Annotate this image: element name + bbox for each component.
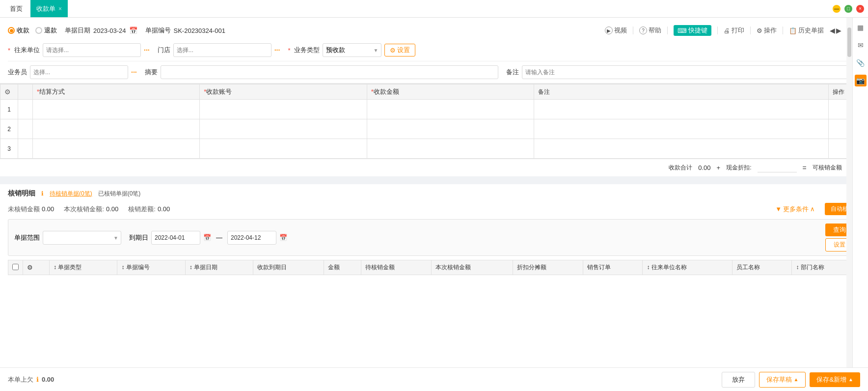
settings-button[interactable]: ⚙ 设置	[384, 44, 415, 56]
select-all-checkbox[interactable]	[12, 264, 19, 270]
toolbar-operation[interactable]: ⚙ 操作	[757, 26, 777, 35]
settlement-header: *结算方式	[33, 84, 200, 100]
remark-input[interactable]	[522, 65, 860, 79]
gear-icon-2[interactable]: ⚙	[27, 264, 33, 271]
close-tab-icon[interactable]: ×	[58, 5, 62, 12]
row-2-account[interactable]	[200, 119, 367, 139]
row-1-amount[interactable]	[367, 100, 534, 119]
store-more-btn[interactable]: ···	[274, 46, 280, 54]
sub-th-current: 本次核销金额	[432, 260, 513, 275]
th-gear2[interactable]: ⚙	[23, 260, 50, 275]
maximize-button[interactable]: □	[844, 5, 852, 13]
receipt-radio[interactable]: 收款	[8, 26, 29, 35]
salesperson-more-btn[interactable]: ···	[131, 68, 137, 76]
amount-header: *收款金额	[367, 84, 534, 100]
table-row: 2 🗑 ⧉	[0, 119, 868, 139]
next-arrow[interactable]: ▶	[836, 27, 841, 34]
done-tab[interactable]: 已核销单据(0笔)	[98, 190, 141, 198]
reconcil-section: 核销明细 ℹ 待核销单据(0笔) 已核销单据(0笔) 未核销金额 0.00 本次…	[0, 184, 868, 275]
row-1-remark[interactable]	[534, 100, 829, 119]
row-3-settlement[interactable]	[33, 139, 200, 159]
pending-tab[interactable]: 待核销单据(0笔)	[50, 190, 92, 198]
range-select[interactable]	[43, 231, 121, 245]
keyboard-icon: ⌨	[678, 27, 687, 34]
scroll-thumb[interactable]	[847, 28, 851, 57]
account-header: *收款账号	[200, 84, 367, 100]
chevron-up-icon: ∧	[810, 205, 815, 213]
remark-header: 备注	[534, 84, 829, 100]
table-row: 3 🗑 ⧉	[0, 139, 868, 159]
draft-button[interactable]: 保存草稿 ▲	[759, 372, 806, 388]
info-icon-order[interactable]: ℹ	[36, 376, 39, 383]
row-1-settlement[interactable]	[33, 100, 200, 119]
counterpart-more-btn[interactable]: ···	[144, 46, 150, 54]
nav-tab-home[interactable]: 首页	[4, 0, 28, 17]
filter-row: 单据范围 ▼ 到期日 📅 — 📅 查询 设置	[8, 219, 860, 256]
print-icon: 🖨	[724, 27, 730, 34]
counterpart-input[interactable]	[43, 43, 141, 57]
salesperson-input[interactable]	[30, 65, 128, 79]
nav-tab-receipt[interactable]: 收款单 ×	[30, 0, 68, 17]
current-value: 0.00	[106, 205, 118, 213]
calendar-start-icon[interactable]: 📅	[203, 234, 211, 241]
store-input[interactable]	[173, 43, 271, 57]
receipt-radio-label: 收款	[17, 26, 29, 35]
action-bar: 本单上欠 ℹ 0.00 放弃 保存草稿 ▲ 保存&新增 ▲	[0, 367, 868, 391]
action-bar-right: 放弃 保存草稿 ▲ 保存&新增 ▲	[722, 372, 860, 388]
reconcil-title: 核销明细	[8, 189, 35, 198]
abandon-button[interactable]: 放弃	[722, 372, 755, 388]
sidebar-camera-icon[interactable]: 📷	[855, 75, 867, 86]
refund-radio[interactable]: 退款	[35, 26, 57, 35]
business-type-label: 业务类型	[294, 46, 320, 55]
toolbar-help-label: 帮助	[649, 26, 661, 35]
checkbox-header[interactable]	[8, 260, 23, 275]
row-1-num2	[18, 100, 33, 119]
sidebar-mail-icon[interactable]: ✉	[855, 39, 867, 51]
toolbar-divider1	[633, 27, 633, 34]
reconcil-stats: 未核销金额 0.00 本次核销金额: 0.00 核销差额: 0.00 ▼ 更多条…	[8, 201, 860, 219]
business-type-value: 预收款	[326, 46, 345, 55]
row-3-remark[interactable]	[534, 139, 829, 159]
shortcut-button[interactable]: ⌨ 快捷键	[674, 25, 711, 36]
toolbar-help[interactable]: ? 帮助	[639, 26, 661, 35]
toolbar-print[interactable]: 🖨 打印	[724, 26, 744, 35]
discount-input[interactable]	[758, 163, 797, 172]
row-2-remark[interactable]	[534, 119, 829, 139]
bill-date-label: 单据日期	[65, 26, 90, 35]
row-3-amount[interactable]	[367, 139, 534, 159]
row-3-account[interactable]	[200, 139, 367, 159]
minimize-button[interactable]: —	[833, 5, 841, 13]
table-gear-icon[interactable]: ⚙	[4, 88, 11, 96]
summary-input[interactable]	[161, 65, 499, 79]
nav-arrows: ◀ ▶	[830, 27, 841, 34]
row-2-settlement[interactable]	[33, 119, 200, 139]
required-star-business: *	[288, 47, 290, 54]
help-icon: ?	[639, 27, 647, 34]
row-2-amount[interactable]	[367, 119, 534, 139]
sub-table: ⚙ ↕ 单据类型 ↕ 单据编号 ↕ 单据日期 收款到期日 金额 待核销金额 本次…	[8, 260, 860, 275]
business-type-select[interactable]: 预收款 ▼	[323, 43, 381, 57]
toolbar-history[interactable]: 📋 历史单据	[789, 26, 824, 35]
date-calendar-icon[interactable]: 📅	[129, 27, 137, 34]
scroll-area[interactable]	[846, 18, 852, 367]
reconcil-info-icon[interactable]: ℹ	[41, 190, 44, 197]
top-nav: 首页 收款单 × — □ ×	[0, 0, 868, 18]
date-end-input[interactable]	[227, 231, 276, 245]
close-button[interactable]: ×	[856, 5, 864, 13]
more-conditions-btn[interactable]: ▼ 更多条件 ∧	[775, 205, 815, 214]
row-1-account[interactable]	[200, 100, 367, 119]
toolbar-video[interactable]: ▶ 视频	[605, 26, 627, 35]
prev-arrow[interactable]: ◀	[830, 27, 835, 34]
calendar-end-icon[interactable]: 📅	[279, 234, 287, 241]
save-new-button[interactable]: 保存&新增 ▲	[810, 372, 860, 387]
sidebar-clip-icon[interactable]: 📎	[855, 57, 867, 69]
more-conditions-label: 更多条件	[783, 205, 809, 214]
sub-th-bill-no: ↕ 单据编号	[117, 260, 185, 275]
sum-value: 0.00	[698, 164, 710, 171]
date-start-input[interactable]	[151, 231, 200, 245]
table-settings-header[interactable]: ⚙	[0, 84, 18, 100]
video-icon: ▶	[605, 27, 613, 34]
due-date-label: 到期日	[129, 233, 148, 242]
unverified-value: 0.00	[42, 205, 54, 213]
sidebar-table-icon[interactable]: ▦	[855, 22, 867, 33]
